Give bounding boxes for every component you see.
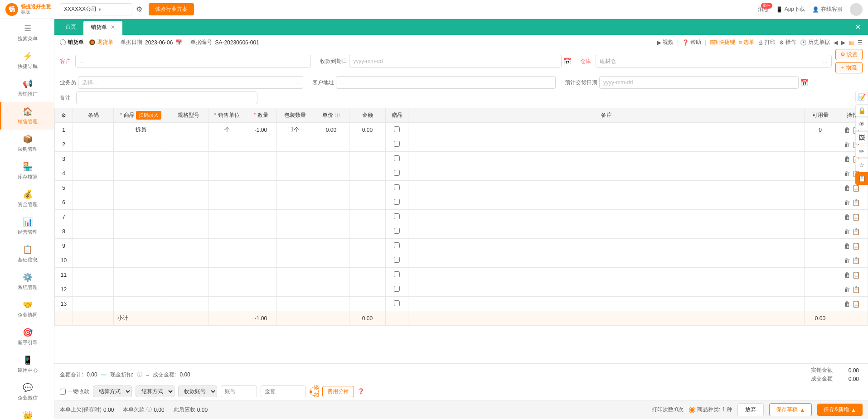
app-download-link[interactable]: 📱 App下载 <box>776 5 805 13</box>
row-delete-button[interactable]: 🗑 <box>844 141 850 148</box>
save-draft-button[interactable]: 保存草稿 ▲ <box>769 403 812 416</box>
gift-checkbox[interactable] <box>394 213 400 219</box>
row-delete-button[interactable]: 🗑 <box>844 199 850 206</box>
row-spec[interactable] <box>168 123 209 137</box>
abandon-button[interactable]: 放弃 <box>737 403 764 416</box>
online-service-link[interactable]: 👤 在线客服 <box>812 5 843 13</box>
expense-help-icon[interactable]: ❓ <box>358 388 364 395</box>
row-copy-button[interactable]: 📋 <box>852 271 860 279</box>
salesperson-input[interactable]: 选择... ... <box>78 76 303 89</box>
row-delete-button[interactable]: 🗑 <box>844 213 850 221</box>
gift-checkbox[interactable] <box>394 257 400 263</box>
trial-button[interactable]: 体验行业方案 <box>149 3 194 15</box>
list-view-icon[interactable]: ☰ <box>858 39 863 46</box>
product-kind[interactable]: 商品种类: 1 种 <box>689 406 732 414</box>
sidebar-item-marketing[interactable]: 📢 营销推广 <box>0 74 54 102</box>
gift-checkbox[interactable] <box>394 170 400 176</box>
sidebar-item-search[interactable]: ☰ 搜索菜单 <box>0 19 54 47</box>
one-click-pay-checkbox[interactable]: 一键收款 <box>60 388 89 395</box>
row-barcode[interactable] <box>73 123 114 137</box>
row-copy-button[interactable]: 📋 <box>852 184 860 192</box>
sidebar-item-finance[interactable]: 💰 资金管理 <box>0 185 54 212</box>
delivery-date-input[interactable]: yyyy-mm-dd <box>599 76 799 89</box>
company-selector[interactable]: XXXXXX公司 ▾ <box>60 3 132 15</box>
sidebar-item-newbie[interactable]: 🎯 新手引导 <box>0 323 54 351</box>
action-video[interactable]: ▶ 视频 <box>657 39 674 46</box>
row-price[interactable]: 0.00 <box>313 123 349 137</box>
payment-amount-input[interactable] <box>261 385 306 397</box>
grid-view-icon[interactable]: ▦ <box>849 39 854 46</box>
payment-method-select[interactable]: 结算方式 <box>93 385 132 397</box>
row-delete-button[interactable]: 🗑 <box>844 242 850 250</box>
gift-checkbox[interactable] <box>394 155 400 161</box>
row-remark[interactable] <box>408 123 805 137</box>
gift-checkbox[interactable] <box>394 228 400 234</box>
row-copy-button[interactable]: 📋 <box>852 228 860 235</box>
owed-info-icon[interactable]: ⓘ <box>146 406 152 414</box>
sidebar-item-sales[interactable]: 🏠 销售管理 <box>0 102 54 130</box>
action-shortcut[interactable]: ⌨ 快捷键 <box>710 39 735 46</box>
row-amount[interactable]: 0.00 <box>349 123 386 137</box>
customer-input[interactable]: ... <box>75 55 311 67</box>
gift-checkbox[interactable] <box>394 184 400 190</box>
radio-return-input[interactable] <box>89 39 95 45</box>
calendar-icon[interactable]: 📅 <box>175 39 182 46</box>
discount-info-icon[interactable]: ⓘ <box>137 371 142 379</box>
scan-button[interactable]: 扫码录入 <box>136 111 161 120</box>
radio-return[interactable]: 退货单 <box>89 39 113 46</box>
row-delete-button[interactable]: 🗑 <box>844 300 850 308</box>
account-select[interactable]: 收款账号 <box>178 385 217 397</box>
nav-next-icon[interactable]: ▶ <box>841 39 845 46</box>
th-settings[interactable]: ⚙ <box>55 108 73 123</box>
nav-prev-icon[interactable]: ◀ <box>834 39 838 46</box>
due-date-input[interactable]: yyyy-mm-dd <box>349 55 562 67</box>
logistics-button[interactable]: + 物流 <box>835 62 863 73</box>
row-copy-button[interactable]: 📋 <box>852 242 860 250</box>
row-product[interactable]: 拆员 <box>114 123 168 137</box>
action-print[interactable]: 🖨 打印 <box>758 39 776 46</box>
window-close-button[interactable]: ✕ <box>851 21 864 33</box>
gift-checkbox[interactable] <box>394 242 400 248</box>
action-operate[interactable]: ⚙ 操作 <box>779 39 796 46</box>
settlement-method-select[interactable]: 结算方式 <box>136 385 175 397</box>
price-info-icon[interactable]: ⓘ <box>335 112 340 118</box>
row-delete-button[interactable]: 🗑 <box>844 184 850 192</box>
sidebar-item-quick-nav[interactable]: ⚡ 快捷导航 <box>0 47 54 74</box>
right-tool-eye[interactable]: 👁 <box>855 118 868 130</box>
radio-sales[interactable]: 销货单 <box>60 39 84 46</box>
customer-address-input[interactable]: ... <box>336 76 556 89</box>
radio-sales-input[interactable] <box>60 39 66 45</box>
expense-split-button[interactable]: 费用分摊 <box>322 386 354 397</box>
action-help[interactable]: ❓ 帮助 <box>682 39 701 46</box>
sidebar-item-member[interactable]: 👑 畅会员 <box>0 406 54 419</box>
gift-checkbox[interactable] <box>394 271 400 277</box>
add-payment-button[interactable]: ● 添加 <box>310 387 319 396</box>
sidebar-item-operations[interactable]: 📊 经营管理 <box>0 212 54 240</box>
row-qty[interactable]: -1.00 <box>245 123 277 137</box>
row-delete-button[interactable]: 🗑 <box>844 126 850 134</box>
sidebar-item-wechat[interactable]: 💬 企业微信 <box>0 378 54 406</box>
right-tool-image[interactable]: 🖼 <box>855 131 868 144</box>
one-click-pay-input[interactable] <box>60 389 66 395</box>
right-tool-notes[interactable]: 📝 <box>855 91 868 103</box>
gift-checkbox[interactable] <box>394 141 400 147</box>
row-gift[interactable] <box>386 123 408 137</box>
warehouse-input[interactable]: 建材仓 ... <box>596 55 831 67</box>
row-copy-button[interactable]: 📋 <box>852 199 860 206</box>
settings-icon[interactable]: ⚙ <box>136 5 142 14</box>
message-notification[interactable]: 消息 99+ <box>758 5 769 13</box>
row-delete-button[interactable]: 🗑 <box>844 155 850 163</box>
sidebar-item-purchase[interactable]: 📦 采购管理 <box>0 130 54 157</box>
right-tool-star[interactable]: ☆ <box>855 159 868 171</box>
right-tool-edit[interactable]: ✏ <box>855 145 868 158</box>
table-settings-icon[interactable]: ⚙ <box>61 112 66 119</box>
action-history[interactable]: 🕐 历史单据 <box>800 39 830 46</box>
row-copy-button[interactable]: 📋 <box>852 286 860 293</box>
account-input[interactable] <box>221 385 257 397</box>
sidebar-item-inventory[interactable]: 🏪 库存核算 <box>0 157 54 185</box>
row-delete-button[interactable]: 🗑 <box>844 170 850 177</box>
user-avatar[interactable] <box>850 3 863 16</box>
gift-checkbox[interactable] <box>394 286 400 292</box>
due-date-calendar-icon[interactable]: 📅 <box>563 58 571 65</box>
right-tool-active[interactable]: 📋 <box>855 172 868 185</box>
